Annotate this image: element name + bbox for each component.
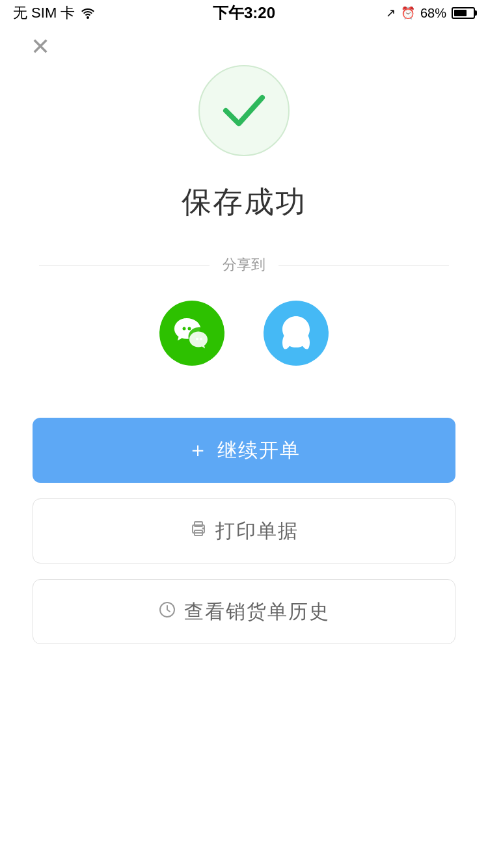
history-button[interactable]: 查看销货单历史	[33, 579, 455, 644]
history-label: 查看销货单历史	[184, 599, 330, 625]
carrier-text: 无 SIM 卡	[13, 3, 75, 23]
svg-point-8	[202, 527, 204, 529]
success-title: 保存成功	[182, 182, 306, 223]
share-label: 分享到	[210, 255, 278, 275]
svg-point-4	[200, 338, 202, 340]
checkmark-icon	[221, 92, 267, 129]
location-icon: ↗	[386, 6, 396, 20]
qq-share-button[interactable]	[264, 301, 329, 366]
action-buttons: ＋ 继续开单 打印单据 查看销货单历史	[0, 418, 488, 644]
history-icon	[158, 601, 176, 623]
qq-icon	[278, 314, 314, 353]
print-label: 打印单据	[215, 518, 299, 545]
print-button[interactable]: 打印单据	[33, 498, 455, 563]
share-icons-row	[159, 301, 329, 366]
svg-point-2	[188, 327, 191, 330]
continue-label: 继续开单	[217, 437, 301, 464]
wifi-icon	[80, 7, 96, 19]
status-left: 无 SIM 卡	[13, 3, 96, 23]
status-bar: 无 SIM 卡 下午3:20 ↗ ⏰ 68%	[0, 0, 488, 26]
success-circle	[198, 65, 290, 156]
divider-line-right	[278, 265, 449, 265]
wechat-share-button[interactable]	[159, 301, 224, 366]
time-display: 下午3:20	[213, 3, 275, 23]
close-button[interactable]: ✕	[26, 33, 55, 61]
divider-line-left	[39, 265, 210, 265]
main-content: 保存成功 分享到 ＋	[0, 26, 488, 644]
print-icon	[189, 520, 208, 543]
share-divider: 分享到	[0, 255, 488, 275]
status-right: ↗ ⏰ 68%	[386, 6, 475, 21]
plus-icon: ＋	[187, 436, 210, 465]
battery-icon	[452, 7, 475, 19]
continue-button[interactable]: ＋ 继续开单	[33, 418, 455, 483]
svg-point-1	[183, 327, 186, 330]
svg-point-3	[196, 338, 198, 340]
close-icon: ✕	[31, 35, 50, 59]
battery-percent: 68%	[420, 6, 446, 21]
alarm-icon: ⏰	[401, 6, 415, 20]
wechat-icon	[172, 316, 211, 351]
